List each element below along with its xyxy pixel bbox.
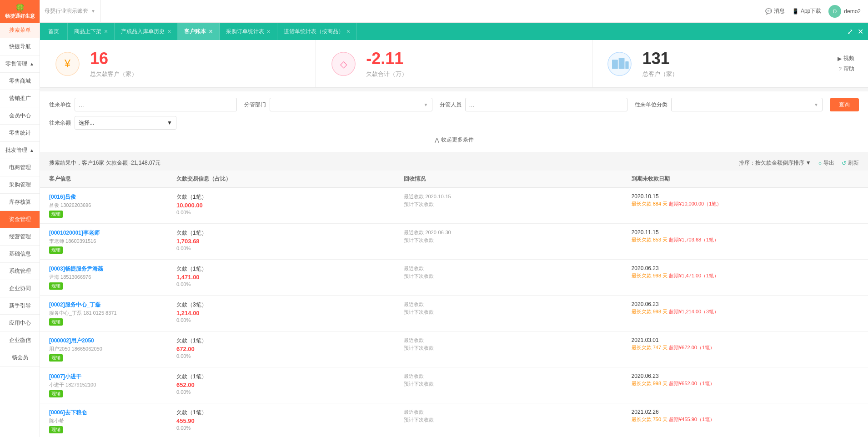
tabs-close-icon[interactable]: ✕ [858, 27, 863, 36]
tab-close-stock-summary[interactable]: × [346, 28, 350, 35]
customer-name-4[interactable]: [000002]用户2050 [49, 337, 176, 345]
tab-customer-account[interactable]: 客户账本× [178, 23, 219, 40]
cell-debt-6: 欠款（1笔） 455.90 0.00% [176, 409, 404, 431]
filter-area: 往来单位 ... 分管部门 ▼ 分管人员 ... [40, 91, 868, 152]
results-text: 搜索结果中，客户16家 欠款金额 -21,148.07元 [49, 159, 161, 167]
sidebar-item-quick-nav[interactable]: 快捷导航 [0, 38, 40, 55]
cell-debt-0: 欠款（1笔） 10,000.00 0.00% [176, 193, 404, 215]
tabs-expand-icon[interactable]: ⤢ [847, 27, 853, 36]
overdue-link-0[interactable]: 超期¥10,000.00（1笔） [669, 201, 722, 206]
overdue-link-5[interactable]: 超期¥652.00（1笔） [669, 381, 715, 386]
tab-purchase-summary[interactable]: 采购订单统计表× [220, 23, 277, 40]
filter-label-balance: 往来余额 [49, 119, 71, 127]
sidebar-item-retail-stats[interactable]: 零售统计 [0, 125, 40, 142]
filter-balance: 往来余额 选择... ▼ [49, 116, 176, 130]
debt-amount-4[interactable]: 672.00 [176, 346, 404, 352]
customer-name-1[interactable]: [0001020001]李老师 [49, 229, 176, 237]
cell-due-6: 2021.02.26 最长欠款 750 天 超期¥455.90（1笔） [632, 409, 859, 423]
sidebar-item-operations[interactable]: 经营管理 [0, 228, 40, 246]
recovery-date-6: 最近收款 [404, 409, 631, 416]
sidebar-item-app-center[interactable]: 应用中心 [0, 315, 40, 332]
filter-select-balance[interactable]: 选择... ▼ [75, 116, 176, 130]
table-row: [0001020001]李老师 李老师 18600391516 现销 欠款（1笔… [40, 224, 868, 260]
overdue-link-3[interactable]: 超期¥1,214.00（3笔） [669, 309, 719, 314]
message-btn[interactable]: 💬 消息 [765, 7, 785, 15]
overdue-days-5: 最长欠款 998 天 超期¥652.00（1笔） [632, 380, 859, 387]
tab-close-customer-account[interactable]: × [209, 28, 212, 35]
overdue-date-0: 2020.10.15 [632, 193, 859, 200]
help-btn[interactable]: ? 帮助 [838, 65, 854, 73]
overdue-link-4[interactable]: 超期¥672.00（1笔） [669, 345, 715, 350]
debt-amount-3[interactable]: 1,214.00 [176, 310, 404, 316]
cell-due-0: 2020.10.15 最长欠款 884 天 超期¥10,000.00（1笔） [632, 193, 859, 207]
tab-close-purchase-summary[interactable]: × [267, 28, 271, 35]
sidebar-item-retail-mgmt[interactable]: 零售管理 ▲ [0, 55, 40, 73]
customer-name-3[interactable]: [0002]服务中心_丁磊 [49, 301, 176, 309]
sidebar-logo: 🍀 畅捷通好生意 [0, 0, 40, 23]
customer-tag-2: 现销 [49, 282, 63, 290]
cell-recovery-2: 最近收款 预计下次收款 [404, 265, 631, 280]
sidebar-item-batch-mgmt[interactable]: 批发管理 ▲ [0, 142, 40, 159]
main-content: ¥ 16 总欠款客户（家） ◇ -2.11 欠款合计（万） [40, 40, 868, 437]
search-button[interactable]: 查询 [830, 98, 859, 111]
customer-name-6[interactable]: [0006]去下粮仓 [49, 409, 176, 417]
customer-tag-5: 现销 [49, 390, 63, 397]
sidebar-item-enterprise-collab[interactable]: 企业协同 [0, 280, 40, 297]
overdue-link-6[interactable]: 超期¥455.90（1笔） [669, 417, 715, 422]
tab-goods-shelf[interactable]: 商品上下架× [68, 23, 115, 40]
overdue-days-1: 最长欠款 853 天 超期¥1,703.68（1笔） [632, 236, 859, 243]
tab-home[interactable]: 首页 [40, 23, 68, 40]
export-btn[interactable]: ○ 导出 [818, 159, 834, 167]
debt-count-5: 欠款（1笔） [176, 373, 404, 381]
collapse-btn[interactable]: ⋀ 收起更多条件 [49, 134, 859, 146]
filter-label-person: 分管人员 [440, 101, 462, 109]
debt-count-1: 欠款（1笔） [176, 229, 404, 237]
debt-amount-0[interactable]: 10,000.00 [176, 202, 404, 209]
sidebar-item-enterprise-wechat[interactable]: 企业微信 [0, 332, 40, 349]
customer-name-2[interactable]: [0003]畅捷服务尹海蕊 [49, 265, 176, 273]
debt-amount-2[interactable]: 1,471.00 [176, 274, 404, 281]
filter-input-person[interactable]: ... [465, 98, 627, 111]
tab-close-product-history[interactable]: × [167, 28, 171, 35]
sidebar-item-ecommerce[interactable]: 电商管理 [0, 159, 40, 176]
customer-phone-1: 李老师 18600391516 [49, 238, 176, 245]
app-download-btn[interactable]: 📱 App下载 [792, 7, 821, 15]
sidebar-item-inventory[interactable]: 库存核算 [0, 194, 40, 211]
topbar-right: 💬 消息 📱 App下载 D demo2 [765, 5, 868, 18]
debt-amount-6[interactable]: 455.90 [176, 417, 404, 424]
tab-product-history[interactable]: 产成品入库单历史× [115, 23, 178, 40]
refresh-btn[interactable]: ↺ 刷新 [842, 159, 859, 167]
sidebar-item-member-center[interactable]: 会员中心 [0, 107, 40, 125]
sidebar-item-system-mgmt[interactable]: 系统管理 [0, 263, 40, 280]
customer-phone-0: 吕俊 13026203696 [49, 202, 176, 209]
sidebar-item-marketing[interactable]: 营销推广 [0, 90, 40, 107]
customer-name-5[interactable]: [0007]小进干 [49, 373, 176, 381]
debt-count-4: 欠款（1笔） [176, 337, 404, 345]
debt-amount-5[interactable]: 652.00 [176, 382, 404, 388]
overdue-link-2[interactable]: 超期¥1,471.00（1笔） [669, 273, 719, 278]
filter-input-dept[interactable]: ▼ [270, 98, 432, 111]
sidebar-item-purchase-mgmt[interactable]: 采购管理 [0, 176, 40, 194]
filter-input-category[interactable]: ▼ [671, 98, 823, 111]
svg-text:◇: ◇ [340, 59, 347, 69]
overdue-link-1[interactable]: 超期¥1,703.68（1笔） [669, 237, 719, 242]
recovery-next-0: 预计下次收款 [404, 201, 631, 208]
sidebar-item-finance[interactable]: 资金管理 [0, 211, 40, 228]
sort-dropdown-icon[interactable]: ▼ [806, 160, 811, 166]
filter-row-1: 往来单位 ... 分管部门 ▼ 分管人员 ... [49, 98, 859, 111]
col-header-debt: 欠款交易信息（占比） [176, 175, 404, 183]
user-menu[interactable]: D demo2 [828, 5, 861, 18]
sidebar-item-basic-info[interactable]: 基础信息 [0, 246, 40, 263]
sidebar-search[interactable]: 搜索菜单 [0, 23, 40, 38]
sidebar-item-member-vip[interactable]: 畅会员 [0, 349, 40, 367]
sidebar-item-new-user[interactable]: 新手引导 [0, 297, 40, 315]
video-btn[interactable]: ▶ 视频 [838, 55, 854, 62]
debt-amount-1[interactable]: 1,703.68 [176, 238, 404, 245]
tabs-bar: 首页商品上下架×产成品入库单历史×客户账本×采购订单统计表×进货单统计表（按商品… [40, 23, 868, 40]
tab-close-goods-shelf[interactable]: × [104, 28, 108, 35]
customer-name-0[interactable]: [0016]吕俊 [49, 193, 176, 201]
tab-stock-summary[interactable]: 进货单统计表（按商品）× [277, 23, 357, 40]
filter-input-supplier[interactable]: ... [75, 98, 237, 111]
sidebar-item-retail-mall[interactable]: 零售商城 [0, 73, 40, 90]
debt-count-6: 欠款（1笔） [176, 409, 404, 417]
